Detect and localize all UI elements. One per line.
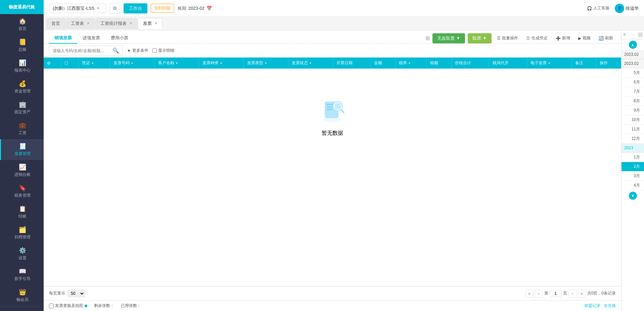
member-icon: 👑 bbox=[19, 288, 26, 296]
sidebar-item-reports[interactable]: 📊 报表中心 bbox=[0, 56, 44, 77]
period-nav-down[interactable]: ▼ bbox=[629, 192, 637, 200]
new-action[interactable]: ➕ 新增 bbox=[553, 34, 573, 42]
period-month-5[interactable]: 5月 bbox=[622, 68, 644, 78]
per-page-select[interactable]: 50 10 20 100 bbox=[68, 290, 85, 297]
period-month-10[interactable]: 10月 bbox=[622, 115, 644, 125]
period-nav-up[interactable]: ▲ bbox=[629, 41, 637, 49]
service-link[interactable]: 🎧 人工客服 bbox=[587, 5, 609, 11]
period-year-2023-second[interactable]: 2023.02 bbox=[622, 59, 644, 68]
tab-payroll[interactable]: 工资表 ✕ bbox=[66, 18, 95, 29]
last-page-btn[interactable]: » bbox=[578, 289, 586, 298]
search-input[interactable] bbox=[53, 48, 110, 53]
col-e-invoice[interactable]: 电子发票 ▼ bbox=[527, 57, 572, 69]
col-invoice-status[interactable]: 发票状态 ▼ bbox=[288, 57, 333, 69]
sidebar-item-archive-label: 归档管理 bbox=[14, 234, 31, 240]
new-label: 新增 bbox=[562, 35, 570, 41]
headset-icon: 🎧 bbox=[587, 6, 592, 11]
col-invoice-type[interactable]: 发票种类 ▼ bbox=[199, 57, 244, 69]
generate-voucher-action[interactable]: 🗒 生成凭证 bbox=[523, 34, 550, 42]
show-detail[interactable]: 显示明细 bbox=[152, 48, 174, 53]
tab-invoice[interactable]: 发票 ✕ bbox=[138, 18, 163, 29]
search-icon: 🔍 bbox=[112, 47, 119, 54]
prev-page-btn[interactable]: ‹ bbox=[535, 289, 543, 298]
sidebar-item-payroll[interactable]: 💼 工资 bbox=[0, 118, 44, 139]
more-conditions[interactable]: ▼ 更多条件 bbox=[127, 48, 148, 53]
period-month-9[interactable]: 9月 bbox=[622, 106, 644, 115]
next-page-btn[interactable]: › bbox=[568, 289, 577, 298]
check-checkbox[interactable] bbox=[49, 304, 54, 308]
period-month-2023-2[interactable]: 2月 bbox=[622, 162, 644, 171]
period-month-2023-4[interactable]: 4月 bbox=[622, 181, 644, 190]
sidebar-item-sales[interactable]: 📈 进销台账 bbox=[0, 160, 44, 181]
period-month-2023-3[interactable]: 3月 bbox=[622, 171, 644, 181]
video-action[interactable]: ▶ 视频 bbox=[576, 34, 593, 42]
refresh-action[interactable]: 🔄 刷新 bbox=[596, 34, 616, 42]
sidebar-item-member[interactable]: 👑 畅会员 bbox=[0, 285, 44, 306]
sub-tab-sales-invoice[interactable]: 销项发票 bbox=[49, 33, 77, 44]
workbench-button[interactable]: 工作台 bbox=[124, 3, 147, 13]
period-month-6[interactable]: 6月 bbox=[622, 78, 644, 87]
tab-payroll-close[interactable]: ✕ bbox=[87, 21, 90, 26]
guide-icon: 📖 bbox=[19, 268, 26, 275]
first-page-btn[interactable]: « bbox=[525, 289, 534, 298]
sub-tab-purchase-label: 进项发票 bbox=[83, 35, 100, 40]
no-ticket-button[interactable]: 无血取票 ▼ bbox=[432, 33, 465, 43]
copy-button[interactable]: ⧉ bbox=[109, 3, 120, 14]
tab-invoice-close[interactable]: ✕ bbox=[154, 21, 157, 26]
sidebar-item-assets[interactable]: 🏢 固定资产 bbox=[0, 98, 44, 118]
col-open-date[interactable]: 开票日期 bbox=[333, 57, 371, 69]
batch-op-action[interactable]: ☰ 批量操作 bbox=[494, 34, 521, 42]
tax-icon: 🔖 bbox=[19, 184, 26, 192]
col-settings[interactable]: ⚙ bbox=[44, 57, 61, 69]
sub-tab-expense-receipt[interactable]: 费用小票 bbox=[105, 33, 134, 44]
join-record-link[interactable]: 加盟记录 bbox=[584, 303, 600, 309]
col-voucher[interactable]: 凭证 ▼ bbox=[79, 57, 110, 69]
settings-icon: ⚙️ bbox=[19, 247, 26, 254]
tab-payroll-stats[interactable]: 工资统计报表 ✕ bbox=[95, 18, 137, 29]
switch-version-button[interactable]: 切到旧版 bbox=[151, 4, 174, 13]
sidebar-item-guide-label: 新手引导 bbox=[14, 276, 31, 282]
col-remark[interactable]: 备注 bbox=[571, 57, 596, 69]
period-year-2023[interactable]: 2023 bbox=[622, 144, 644, 153]
col-invoice-category[interactable]: 发票类型 ▼ bbox=[244, 57, 288, 69]
sidebar-collapse[interactable]: ◀◀ 取消固定 bbox=[2, 309, 42, 311]
sub-tab-sales-label: 销项发票 bbox=[54, 35, 72, 40]
period-month-2023-1[interactable]: 1月 bbox=[622, 153, 644, 162]
right-panel-expand-btn[interactable]: ⬜ bbox=[638, 32, 643, 37]
period-month-8[interactable]: 8月 bbox=[622, 96, 644, 106]
col-amount[interactable]: 金额 bbox=[371, 57, 396, 69]
period-month-12[interactable]: 12月 bbox=[622, 134, 644, 144]
period-month-7[interactable]: 7月 bbox=[622, 87, 644, 96]
ticket-button[interactable]: 取票 ▼ bbox=[468, 33, 492, 43]
sidebar-item-tax[interactable]: 🔖 税务管理 bbox=[0, 181, 44, 202]
show-detail-checkbox[interactable] bbox=[152, 48, 157, 53]
service-label: 人工客服 bbox=[593, 5, 609, 11]
sub-tab-purchase-invoice[interactable]: 进项发票 bbox=[77, 33, 105, 44]
sidebar-item-invoice[interactable]: 🧾 发票管理 bbox=[0, 139, 44, 160]
sidebar-item-settings[interactable]: ⚙️ 设置 bbox=[0, 243, 44, 264]
sidebar-item-close[interactable]: 📋 结账 bbox=[0, 202, 44, 223]
col-customer[interactable]: 客户名称 ▼ bbox=[154, 57, 199, 69]
sidebar-item-home[interactable]: 🏠 首页 bbox=[0, 14, 44, 35]
col-total[interactable]: 价税合计 bbox=[451, 57, 489, 69]
sidebar-item-ledger[interactable]: 📒 总账 bbox=[0, 35, 44, 56]
period-year-2023-top[interactable]: 2023.02 bbox=[622, 50, 644, 59]
check-status: 发票查验及拍照 bbox=[49, 303, 89, 309]
period-month-11[interactable]: 11月 bbox=[622, 125, 644, 134]
grid-view-icon[interactable]: ⊞ bbox=[425, 35, 430, 41]
tab-home[interactable]: 首页 bbox=[46, 18, 65, 29]
recharge-link[interactable]: 去充值 bbox=[604, 303, 616, 309]
user-info[interactable]: 👤 徐溢华 bbox=[615, 4, 639, 13]
col-tax-rate[interactable]: 税率 ▼ bbox=[395, 57, 427, 69]
sidebar-item-archive[interactable]: 🗂️ 归档管理 bbox=[0, 223, 44, 243]
tab-payroll-stats-close[interactable]: ✕ bbox=[129, 21, 132, 26]
col-tax-bureau[interactable]: 税局代开 bbox=[489, 57, 527, 69]
right-panel-close-btn[interactable]: ✕ bbox=[623, 32, 626, 37]
sidebar-item-funds[interactable]: 💰 资金管理 bbox=[0, 77, 44, 98]
col-tax-amount[interactable]: 税额 bbox=[427, 57, 452, 69]
col-checkbox[interactable]: ☐ bbox=[61, 57, 78, 69]
page-input[interactable] bbox=[550, 290, 562, 297]
company-selector[interactable]: (勿删）江西股宝-LSS ▼ bbox=[49, 4, 106, 13]
col-invoice-no[interactable]: 发票号码 ▼ bbox=[110, 57, 154, 69]
sidebar-item-guide[interactable]: 📖 新手引导 bbox=[0, 264, 44, 285]
